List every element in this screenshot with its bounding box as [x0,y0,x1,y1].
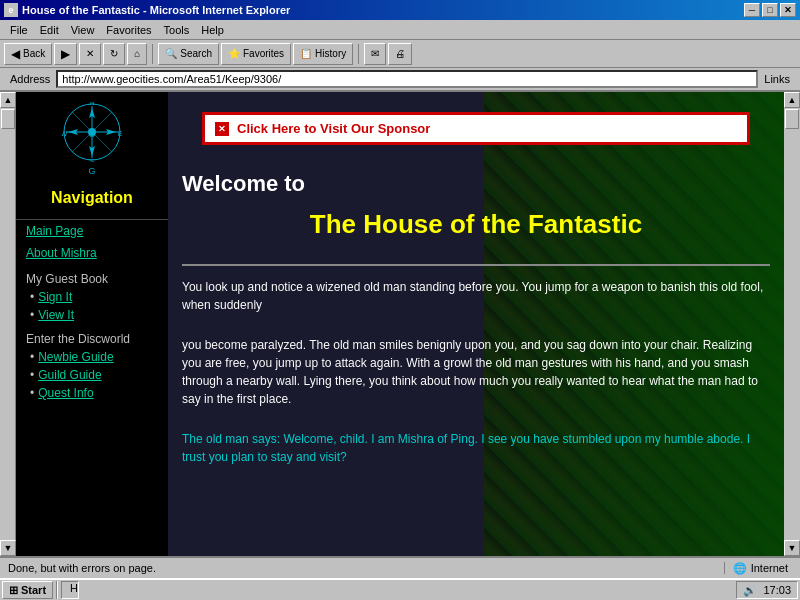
welcome-heading: Welcome to [182,155,770,201]
content-divider [182,264,770,266]
history-icon: 📋 [300,48,312,59]
body-text-1: You look up and notice a wizened old man… [182,274,770,318]
title-bar: e House of the Fantastic - Microsoft Int… [0,0,800,20]
scroll-thumb-right[interactable] [785,109,799,129]
left-scrollbar[interactable]: ▲ ▼ [0,92,16,556]
status-zone: 🌐 Internet [725,562,796,575]
maximize-button[interactable]: □ [762,3,778,17]
scroll-right-down-btn[interactable]: ▼ [784,540,800,556]
nav-sign-it[interactable]: Sign It [16,288,168,306]
taskbar-separator [56,581,58,599]
nav-discworld-label: Enter the Discworld [16,324,168,348]
nav-title: Navigation [16,181,168,220]
svg-text:W: W [62,130,68,137]
toolbar-separator-2 [358,44,359,64]
svg-text:G: G [89,130,95,139]
search-button[interactable]: 🔍 Search [158,43,219,65]
browser-area: ▲ ▼ N S E W G [0,92,800,556]
scroll-track-right[interactable] [784,108,800,540]
nav-panel: N S E W G G Navigation Main Page About M… [16,92,168,556]
status-bar: Done, but with errors on page. 🌐 Interne… [0,556,800,578]
zone-icon: 🌐 [733,562,747,575]
status-text: Done, but with errors on page. [4,562,725,574]
nav-guild-guide[interactable]: Guild Guide [16,366,168,384]
zone-label: Internet [751,562,788,574]
address-input[interactable] [56,70,758,88]
stop-button[interactable]: ✕ [79,43,101,65]
scroll-track-left[interactable] [0,108,15,540]
menu-bar: File Edit View Favorites Tools Help [0,20,800,40]
right-scrollbar[interactable]: ▲ ▼ [784,92,800,556]
compass-icon: N S E W G [62,102,122,162]
refresh-button[interactable]: ↻ [103,43,125,65]
search-icon: 🔍 [165,48,177,59]
nav-newbie-guide[interactable]: Newbie Guide [16,348,168,366]
links-label[interactable]: Links [758,73,796,85]
favorites-icon: ⭐ [228,48,240,59]
sponsor-text[interactable]: Click Here to Visit Our Sponsor [237,121,430,136]
address-bar: Address Links [0,68,800,92]
nav-guest-book-label: My Guest Book [16,264,168,288]
history-button[interactable]: 📋 History [293,43,353,65]
nav-view-it[interactable]: View It [16,306,168,324]
clock: 17:03 [763,584,791,596]
window-controls: ─ □ ✕ [744,3,796,17]
menu-help[interactable]: Help [195,22,230,38]
home-icon: ⌂ [134,48,140,59]
mail-button[interactable]: ✉ [364,43,386,65]
taskbar-ie-window[interactable]: House of the Fantasti... [61,581,79,599]
forward-button[interactable]: ▶ [54,43,77,65]
window-title: House of the Fantastic - Microsoft Inter… [22,4,290,16]
back-icon: ◀ [11,47,20,61]
speech-text: The old man says: Welcome, child. I am M… [182,426,770,470]
site-title: The House of the Fantastic [182,201,770,256]
toolbar: ◀ Back ▶ ✕ ↻ ⌂ 🔍 Search ⭐ Favorites 📋 Hi… [0,40,800,68]
windows-icon: ⊞ [9,584,18,597]
menu-favorites[interactable]: Favorites [100,22,157,38]
close-button[interactable]: ✕ [780,3,796,17]
mail-icon: ✉ [371,48,379,59]
menu-file[interactable]: File [4,22,34,38]
print-button[interactable]: 🖨 [388,43,412,65]
back-button[interactable]: ◀ Back [4,43,52,65]
stop-icon: ✕ [86,48,94,59]
forward-icon: ▶ [61,47,70,61]
favorites-button[interactable]: ⭐ Favorites [221,43,291,65]
menu-edit[interactable]: Edit [34,22,65,38]
content-layer: ✕ Click Here to Visit Our Sponsor Welcom… [168,92,784,480]
svg-text:E: E [118,130,122,137]
body-text-2: you become paralyzed. The old man smiles… [182,332,770,412]
scroll-thumb-left[interactable] [1,109,15,129]
start-button[interactable]: ⊞ Start [2,581,53,599]
scroll-down-btn[interactable]: ▼ [0,540,16,556]
svg-text:S: S [90,158,95,162]
print-icon: 🖨 [395,48,405,59]
compass-label: G [16,166,168,176]
home-button[interactable]: ⌂ [127,43,147,65]
address-label: Address [4,73,56,85]
compass-area: N S E W G G [16,92,168,181]
menu-view[interactable]: View [65,22,101,38]
scroll-right-up-btn[interactable]: ▲ [784,92,800,108]
nav-about-mishra[interactable]: About Mishra [16,242,168,264]
nav-main-page[interactable]: Main Page [16,220,168,242]
svg-text:N: N [89,102,94,106]
tray-icon: 🔊 [743,584,757,597]
minimize-button[interactable]: ─ [744,3,760,17]
taskbar-tray: 🔊 17:03 [736,581,798,599]
main-content: ✕ Click Here to Visit Our Sponsor Welcom… [168,92,784,556]
menu-tools[interactable]: Tools [158,22,196,38]
sponsor-banner[interactable]: ✕ Click Here to Visit Our Sponsor [202,112,750,145]
sponsor-x-icon: ✕ [215,122,229,136]
toolbar-separator [152,44,153,64]
app-icon: e [4,3,18,17]
nav-quest-info[interactable]: Quest Info [16,384,168,402]
taskbar: ⊞ Start House of the Fantasti... 🔊 17:03 [0,578,800,600]
refresh-icon: ↻ [110,48,118,59]
scroll-up-btn[interactable]: ▲ [0,92,16,108]
